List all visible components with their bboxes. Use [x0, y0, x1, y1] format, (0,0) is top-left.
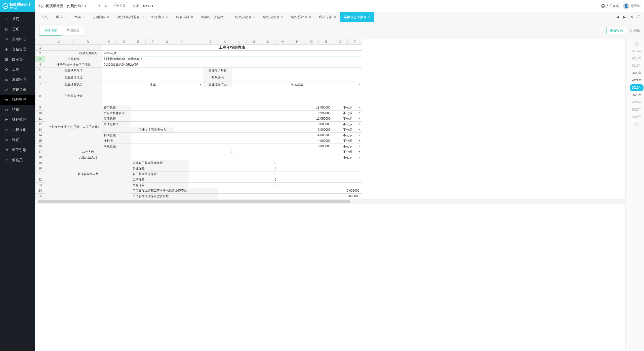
year-2025年[interactable]: 2025年 [630, 106, 643, 113]
close-icon[interactable]: ✕ [253, 15, 256, 19]
nav: ⌂首页▤总账↗报表中心⊕资金管理▦固定资产✿工资▭发票管理⇄进销台账⊜税务管理⊡… [0, 12, 35, 351]
tab-税务申报[interactable]: 税务申报✕ [148, 12, 172, 22]
nav-设置[interactable]: ⚙设置 [0, 135, 35, 145]
close-icon[interactable]: ✕ [225, 15, 228, 19]
close-icon[interactable]: ✕ [64, 15, 67, 19]
nav-畅会员[interactable]: V畅会员 [0, 155, 35, 165]
tab-other-info[interactable]: 其他信息 [62, 25, 84, 36]
horizontal-scrollbar[interactable] [35, 199, 625, 204]
close-icon[interactable]: ✕ [166, 15, 169, 19]
spreadsheet[interactable]: ABCDEFGHIJKLMNOPQRST1工商年报信息表2税款所属期间：2022… [35, 39, 625, 351]
close-icon[interactable]: ✕ [368, 15, 371, 19]
tab-basic-info[interactable]: 基础信息 [39, 25, 62, 36]
nav-总账[interactable]: ▤总账 [0, 24, 35, 34]
tab-所得税汇算清缴[interactable]: 所得税汇算清缴✕ [197, 12, 231, 22]
nav-发票管理[interactable]: ▭发票管理 [0, 75, 35, 85]
close-icon[interactable]: ✕ [141, 15, 144, 19]
user-name: 徐泽华 [631, 4, 640, 8]
topbar: 刘小艳演示账套（勿删勿动！）1 ⌄ + ⚙ 切到旧版 账期 2023-11 🗓 … [35, 0, 644, 12]
year-down-icon[interactable]: ﹀ [634, 122, 639, 127]
year-2023年[interactable]: 2023年 [630, 92, 643, 98]
nav-进销台账[interactable]: ⇄进销台账 [0, 85, 35, 95]
close-icon[interactable]: ✕ [107, 15, 109, 19]
refresh-button[interactable]: ↻ 刷新 [630, 28, 640, 33]
tab-label: 税务申报 [151, 15, 165, 19]
nav-label: 发票管理 [12, 77, 26, 82]
year-2020年[interactable]: 2020年 [630, 70, 643, 77]
nav-归档管理[interactable]: 🗀归档管理 [0, 115, 35, 125]
year-selector: ︿2017年2018年2019年2020年2021年2022年2023年2024… [629, 39, 644, 351]
tab-年报信息申报表[interactable]: 年报信息申报表✕ [340, 12, 374, 22]
year-2022年[interactable]: 2022年 [630, 84, 643, 91]
company-name-cell[interactable]: 刘小艳演示账套（勿删勿动！）1 [102, 56, 362, 62]
account-selector[interactable]: 刘小艳演示账套（勿删勿动！）1 ⌄ + ⚙ [39, 2, 109, 10]
nav-icon: 🗀 [5, 118, 9, 122]
tab-¦申报[interactable]: ¦申报✕ [52, 12, 70, 22]
close-icon[interactable]: ✕ [82, 15, 85, 19]
nav-新手引导[interactable]: ⚑新手引导 [0, 145, 35, 155]
nav-icon: ✿ [5, 67, 9, 72]
vertical-scrollbar-left[interactable] [625, 39, 629, 351]
tab-expand-icon[interactable]: ⛶ [636, 14, 641, 20]
nav-报表中心[interactable]: ↗报表中心 [0, 34, 35, 44]
add-icon[interactable]: + [97, 2, 102, 10]
close-icon[interactable]: ✕ [191, 15, 193, 19]
tab-label: 所得税汇算清缴 [201, 15, 224, 19]
tab-存货别名对照表[interactable]: 存货别名对照表✕ [113, 12, 147, 22]
cloud-icon: ☁ [3, 3, 8, 9]
support-link[interactable]: 🎧 人工咨询 [601, 4, 619, 8]
year-up-icon[interactable]: ︿ [634, 41, 639, 46]
close-icon[interactable]: ✕ [309, 15, 311, 19]
period-value[interactable]: 2023-11 [141, 4, 153, 8]
nav-icon: ▭ [5, 78, 9, 82]
period-label: 账期 [133, 4, 139, 8]
tab-label: 存货别名对照表 [117, 15, 140, 19]
tab-close-all-icon[interactable]: ✕ [629, 14, 634, 20]
tab-税表清册[interactable]: 税表清册✕ [173, 12, 197, 22]
nav-结账[interactable]: ⊡结账 [0, 105, 35, 115]
tab-label: 纳税统计表 [291, 15, 307, 19]
reset-report-button[interactable]: 重置报表 [607, 27, 626, 34]
status-dropdown[interactable]: 开业 [102, 82, 203, 87]
close-icon[interactable]: ✕ [334, 15, 336, 19]
tab-next-icon[interactable]: ▶ [622, 14, 627, 20]
year-2021年[interactable]: 2021年 [630, 77, 643, 84]
tab-纳税波动表[interactable]: 纳税波动表✕ [260, 12, 287, 22]
year-2018年[interactable]: 2018年 [630, 55, 643, 62]
nav-label: 资金管理 [12, 47, 26, 52]
year-2017年[interactable]: 2017年 [630, 48, 643, 55]
close-icon[interactable]: ✕ [281, 15, 284, 19]
nav-资金管理[interactable]: ⊕资金管理 [0, 44, 35, 54]
tabs-bar: 首页¦申报✕发票✕进销台账✕存货别名对照表✕税务申报✕税表清册✕所得税汇算清缴✕… [35, 12, 644, 22]
nav-小畅报销[interactable]: ↺小畅报销 [0, 125, 35, 135]
year-2024年[interactable]: 2024年 [630, 99, 643, 106]
tab-进销台账[interactable]: 进销台账✕ [89, 12, 113, 22]
nav-label: 新手引导 [12, 148, 26, 152]
tab-纳税统计表[interactable]: 纳税统计表✕ [288, 12, 315, 22]
holding-dropdown[interactable]: 私营企业 [232, 82, 362, 87]
tab-首页[interactable]: 首页 [38, 12, 51, 22]
nav-icon: ▦ [5, 57, 9, 61]
nav-icon: ⚑ [5, 148, 9, 152]
nav-icon: ⊜ [5, 98, 9, 102]
tab-prev-icon[interactable]: ◀ [615, 14, 620, 20]
year-2026年[interactable]: 2026年 [630, 114, 643, 120]
nav-label: 小畅报销 [12, 128, 26, 132]
nav-固定资产[interactable]: ▦固定资产 [0, 54, 35, 64]
nav-icon: V [5, 158, 9, 162]
nav-工资[interactable]: ✿工资 [0, 64, 35, 75]
tab-label: 首页 [41, 15, 48, 19]
user-menu[interactable]: 👤 徐泽华 [623, 3, 640, 9]
tab-发票[interactable]: 发票✕ [71, 12, 88, 22]
nav-首页[interactable]: ⌂首页 [0, 14, 35, 24]
nav-icon: ⌂ [5, 17, 9, 21]
nav-label: 首页 [12, 17, 19, 21]
nav-税务管理[interactable]: ⊜税务管理 [0, 95, 35, 105]
tab-税负波动表[interactable]: 税负波动表✕ [232, 12, 259, 22]
calendar-icon[interactable]: 🗓 [155, 4, 159, 8]
gear-icon[interactable]: ⚙ [104, 3, 109, 9]
switch-old-button[interactable]: 切到旧版 [111, 3, 128, 9]
tab-税检专家[interactable]: 税检专家✕ [315, 12, 340, 22]
year-2019年[interactable]: 2019年 [630, 62, 643, 69]
tab-label: 纳税波动表 [263, 15, 279, 19]
